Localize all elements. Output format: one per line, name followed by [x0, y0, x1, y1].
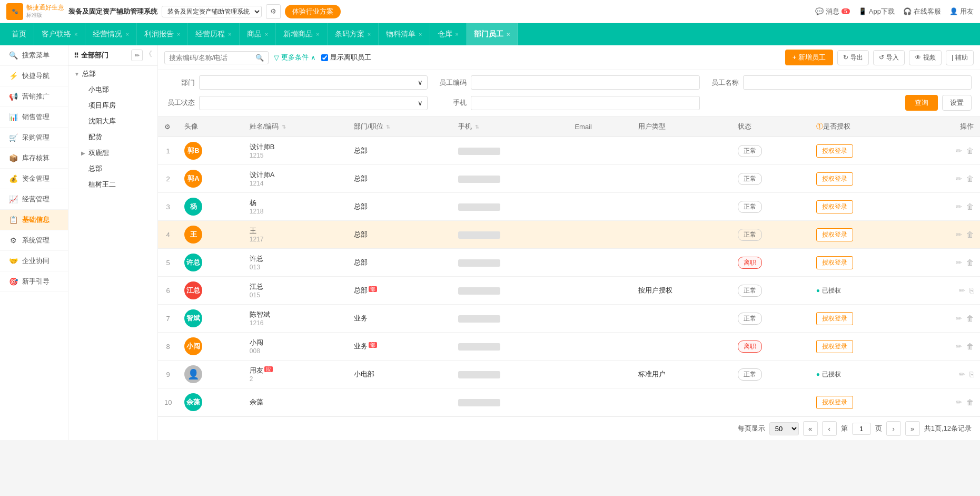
import-button[interactable]: ↺ 导入 — [873, 50, 905, 65]
edit-icon[interactable]: ✏ — [956, 258, 962, 267]
phone-input[interactable] — [471, 96, 699, 110]
nav-tab-利润报告[interactable]: 利润报告× — [137, 23, 188, 45]
nav-tab-经营情况[interactable]: 经营情况× — [85, 23, 136, 45]
page-size-select[interactable]: 50 100 — [769, 422, 799, 435]
nav-tab-商品[interactable]: 商品× — [240, 23, 276, 45]
first-page-button[interactable]: « — [803, 421, 818, 436]
auth-login-button[interactable]: 授权登录 — [816, 144, 853, 158]
close-tab-icon[interactable]: × — [177, 31, 180, 37]
left-nav-item-快捷导航[interactable]: ⚡快捷导航 — [0, 66, 68, 86]
query-button[interactable]: 查询 — [905, 95, 938, 111]
close-tab-icon[interactable]: × — [316, 31, 319, 37]
edit-icon[interactable]: ✏ — [959, 370, 965, 378]
dept-tree-item[interactable]: 配货 — [68, 129, 157, 145]
delete-icon[interactable]: 🗑 — [966, 258, 974, 267]
copy-icon[interactable]: ⎘ — [969, 286, 974, 295]
dept-tree-item[interactable]: 小电部 — [68, 82, 157, 98]
show-resigned-checkbox[interactable] — [321, 54, 328, 61]
page-input[interactable] — [852, 423, 871, 435]
dept-tree-item[interactable]: ▼总部 — [68, 66, 157, 82]
delete-icon[interactable]: 🗑 — [966, 174, 974, 183]
dept-tree-item[interactable]: 植树王二 — [68, 177, 157, 192]
prev-page-button[interactable]: ‹ — [822, 421, 837, 436]
close-tab-icon[interactable]: × — [228, 31, 231, 37]
left-nav-item-企业协同[interactable]: 🤝企业协同 — [0, 251, 68, 271]
edit-icon[interactable]: ✏ — [956, 174, 962, 183]
left-nav-item-采购管理[interactable]: 🛒采购管理 — [0, 128, 68, 148]
delete-icon[interactable]: 🗑 — [966, 230, 974, 239]
left-nav-item-搜索菜单[interactable]: 🔍搜索菜单 — [0, 45, 68, 66]
dept-select[interactable]: ∨ — [199, 75, 428, 90]
delete-icon[interactable]: 🗑 — [966, 398, 974, 406]
reset-button[interactable]: 设置 — [942, 95, 972, 111]
close-tab-icon[interactable]: × — [125, 31, 128, 37]
nav-tab-条码方案[interactable]: 条码方案× — [328, 23, 379, 45]
dept-tree-item[interactable]: ▶双鹿想 — [68, 145, 157, 161]
emp-name-input[interactable] — [743, 75, 972, 90]
edit-cols-button[interactable]: | 辅助 — [946, 50, 974, 65]
online-service-item[interactable]: 🎧 在线客服 — [903, 7, 941, 16]
close-tab-icon[interactable]: × — [265, 31, 268, 37]
auth-login-button[interactable]: 授权登录 — [816, 172, 853, 186]
close-tab-icon[interactable]: × — [507, 31, 510, 37]
left-nav-item-营销推广[interactable]: 📢营销推广 — [0, 86, 68, 107]
auth-login-button[interactable]: 授权登录 — [816, 340, 853, 353]
status-select[interactable]: ∨ — [199, 96, 428, 110]
copy-icon[interactable]: ⎘ — [969, 370, 974, 378]
nav-tab-新增商品[interactable]: 新增商品× — [276, 23, 327, 45]
auth-login-button[interactable]: 授权登录 — [816, 200, 853, 213]
auth-login-button[interactable]: 授权登录 — [816, 228, 853, 241]
left-nav-item-资金管理[interactable]: 💰资金管理 — [0, 169, 68, 189]
auth-login-button[interactable]: 授权登录 — [816, 256, 853, 269]
edit-icon[interactable]: ✏ — [956, 398, 962, 406]
more-filter-button[interactable]: ▽ 更多条件 ∧ — [274, 53, 316, 62]
edit-icon[interactable]: ✏ — [959, 286, 965, 295]
left-nav-item-新手引导[interactable]: 🎯新手引导 — [0, 271, 68, 292]
delete-icon[interactable]: 🗑 — [966, 202, 974, 211]
left-nav-item-库存核算[interactable]: 📦库存核算 — [0, 148, 68, 169]
left-nav-item-基础信息[interactable]: 📋基础信息 — [0, 210, 68, 230]
nav-tab-首页[interactable]: 首页 — [4, 23, 34, 45]
close-tab-icon[interactable]: × — [419, 31, 422, 37]
nav-tab-经营历程[interactable]: 经营历程× — [188, 23, 239, 45]
auth-login-button[interactable]: 授权登录 — [816, 312, 853, 325]
left-nav-item-系统管理[interactable]: ⚙系统管理 — [0, 230, 68, 251]
message-item[interactable]: 💬 消息 5 — [815, 7, 850, 16]
emp-code-input[interactable] — [471, 75, 699, 90]
gear-button[interactable]: ⚙ — [266, 4, 281, 19]
nav-tab-仓库[interactable]: 仓库× — [430, 23, 467, 45]
delete-icon[interactable]: 🗑 — [966, 342, 974, 351]
close-tab-icon[interactable]: × — [74, 31, 77, 37]
employee-code: 015 — [250, 291, 341, 299]
left-nav-item-经营管理[interactable]: 📈经营管理 — [0, 189, 68, 210]
close-tab-icon[interactable]: × — [456, 31, 459, 37]
dept-tree-item[interactable]: 总部 — [68, 161, 157, 177]
delete-icon[interactable]: 🗑 — [966, 314, 974, 323]
nav-tab-部门员工[interactable]: 部门员工× — [467, 23, 518, 45]
view-button[interactable]: 👁 视频 — [909, 50, 942, 65]
edit-icon[interactable]: ✏ — [956, 147, 962, 155]
dept-collapse-button[interactable]: 《 — [145, 50, 152, 61]
nav-tab-客户联络[interactable]: 客户联络× — [34, 23, 85, 45]
left-nav-item-销售管理[interactable]: 📊销售管理 — [0, 107, 68, 128]
edit-icon[interactable]: ✏ — [956, 314, 962, 323]
dept-tree-item[interactable]: 沈阳大库 — [68, 113, 157, 129]
trial-button[interactable]: 体验行业方案 — [285, 5, 341, 18]
search-input[interactable] — [169, 54, 253, 62]
nav-tab-物料清单[interactable]: 物料清单× — [379, 23, 430, 45]
next-page-button[interactable]: › — [886, 421, 901, 436]
edit-icon[interactable]: ✏ — [956, 202, 962, 211]
user-avatar[interactable]: 👤 用友 — [949, 7, 974, 16]
system-select[interactable]: 装备及固定资产辅助管理系统 — [162, 6, 262, 17]
last-page-button[interactable]: » — [905, 421, 920, 436]
add-employee-button[interactable]: + 新增员工 — [785, 50, 833, 65]
auth-login-button[interactable]: 授权登录 — [816, 396, 853, 409]
app-download-item[interactable]: 📱 App下载 — [858, 7, 895, 16]
dept-tree-item[interactable]: 项目库房 — [68, 98, 157, 113]
close-tab-icon[interactable]: × — [368, 31, 371, 37]
edit-icon[interactable]: ✏ — [956, 342, 962, 351]
dept-edit-button[interactable]: ✏ — [131, 50, 143, 61]
delete-icon[interactable]: 🗑 — [966, 147, 974, 155]
export-button[interactable]: ↻ 导出 — [837, 50, 869, 65]
edit-icon[interactable]: ✏ — [956, 230, 962, 239]
